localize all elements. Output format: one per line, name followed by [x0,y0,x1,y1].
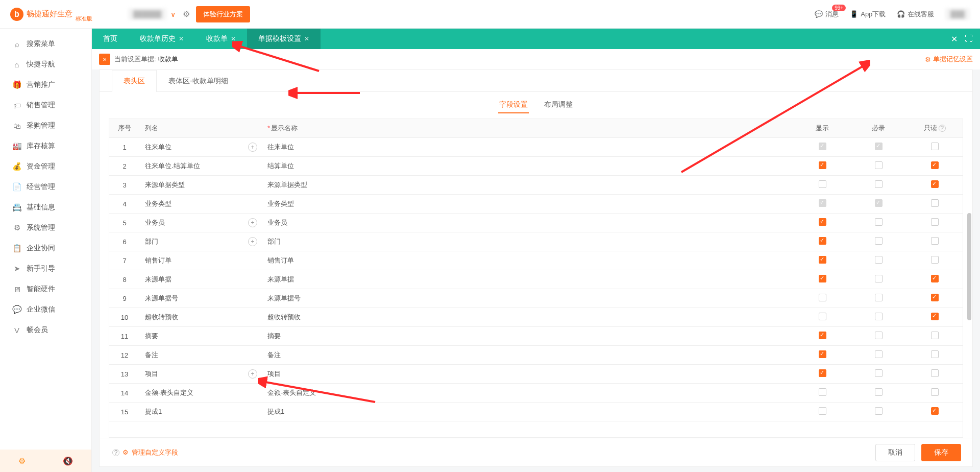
checkbox[interactable] [875,369,883,377]
checkbox[interactable] [931,199,939,207]
checkbox[interactable] [875,388,883,396]
checkbox[interactable] [931,275,939,282]
sidebar-item-经营管理[interactable]: 📄经营管理 [0,177,91,197]
display-name-cell[interactable]: 业务类型 [262,195,794,214]
tab-首页[interactable]: 首页 [92,29,129,49]
checkbox[interactable] [819,294,826,301]
tab-收款单[interactable]: 收款单✕ [195,29,247,49]
cancel-button[interactable]: 取消 [875,444,915,461]
display-name-cell[interactable]: 摘要 [262,327,794,346]
sidebar-item-营销推广[interactable]: 🎁营销推广 [0,75,91,95]
sound-icon[interactable]: 🔇 [63,456,73,466]
sidebar-item-销售管理[interactable]: 🏷销售管理 [0,95,91,115]
checkbox[interactable] [819,275,826,282]
sidebar-item-智能硬件[interactable]: 🖥智能硬件 [0,279,91,299]
checkbox[interactable] [931,332,939,339]
tab-收款单历史[interactable]: 收款单历史✕ [129,29,195,49]
display-name-cell[interactable]: 项目 [262,365,794,384]
add-icon[interactable]: + [248,237,257,246]
close-icon[interactable]: ✕ [179,35,184,42]
tab-单据模板设置[interactable]: 单据模板设置✕ [247,29,321,49]
checkbox[interactable] [875,407,883,415]
checkbox[interactable] [875,180,883,188]
download-link[interactable]: 📱App下载 [850,10,886,19]
sidebar-item-新手引导[interactable]: ➤新手引导 [0,258,91,279]
experience-button[interactable]: 体验行业方案 [196,6,250,22]
checkbox[interactable] [875,218,883,226]
checkbox[interactable] [931,313,939,320]
checkbox[interactable] [931,218,939,226]
fullscreen-icon[interactable]: ⛶ [965,34,973,43]
sidebar-item-采购管理[interactable]: 🛍采购管理 [0,115,91,136]
add-icon[interactable]: + [248,143,257,152]
add-icon[interactable]: + [248,369,257,379]
checkbox[interactable] [931,237,939,245]
checkbox[interactable] [819,350,826,358]
sidebar-item-系统管理[interactable]: ⚙系统管理 [0,218,91,238]
checkbox[interactable] [931,294,939,301]
display-name-cell[interactable]: 部门 [262,232,794,251]
sidebar-item-资金管理[interactable]: 💰资金管理 [0,156,91,177]
sidebar-item-企业协同[interactable]: 📋企业协同 [0,238,91,258]
display-name-cell[interactable]: 超收转预收 [262,308,794,327]
collapse-toggle-icon[interactable]: » [99,54,110,65]
sub-tab-布局调整[interactable]: 布局调整 [543,97,574,113]
checkbox[interactable] [931,407,939,415]
sidebar-item-基础信息[interactable]: 📇基础信息 [0,197,91,218]
panel-tab-表头区[interactable]: 表头区 [112,70,157,92]
checkbox[interactable] [819,388,826,396]
sidebar-item-快捷导航[interactable]: ⌂快捷导航 [0,54,91,75]
display-name-cell[interactable]: 备注 [262,346,794,365]
add-icon[interactable]: + [248,218,257,227]
display-name-cell[interactable]: 业务员 [262,214,794,232]
checkbox[interactable] [931,369,939,377]
sidebar-item-企业微信[interactable]: 💬企业微信 [0,299,91,320]
checkbox[interactable] [875,256,883,264]
display-name-cell[interactable]: 结算单位 [262,157,794,176]
sub-tab-字段设置[interactable]: 字段设置 [498,97,529,113]
checkbox[interactable] [875,161,883,169]
checkbox[interactable] [875,237,883,245]
checkbox[interactable] [819,369,826,377]
checkbox[interactable] [875,294,883,301]
display-name-cell[interactable]: 来源单据类型 [262,176,794,195]
sidebar-item-畅会员[interactable]: V畅会员 [0,320,91,340]
checkbox[interactable] [931,161,939,169]
settings-icon[interactable]: ⚙ [18,456,26,466]
checkbox[interactable] [931,143,939,150]
sidebar-item-搜索菜单[interactable]: ⌕搜索菜单 [0,34,91,54]
display-name-cell[interactable]: 金额-表头自定义 [262,384,794,403]
help-icon[interactable]: ? [112,449,119,456]
display-name-cell[interactable]: 提成1 [262,403,794,421]
save-button[interactable]: 保存 [921,444,961,461]
checkbox[interactable] [819,407,826,415]
checkbox[interactable] [875,275,883,282]
display-name-cell[interactable]: 来源单据号 [262,289,794,308]
checkbox[interactable] [931,180,939,188]
checkbox[interactable] [931,388,939,396]
checkbox[interactable] [875,350,883,358]
company-selector[interactable]: ██████ ∨ [128,8,176,20]
sidebar-item-库存核算[interactable]: 🏭库存核算 [0,136,91,156]
checkbox[interactable] [819,218,826,226]
checkbox[interactable] [819,332,826,339]
close-icon[interactable]: ✕ [231,35,236,42]
gear-icon[interactable]: ⚙ [183,9,190,19]
scrollbar-thumb[interactable] [967,213,971,320]
close-icon[interactable]: ✕ [951,34,958,44]
display-name-cell[interactable]: 来源单据 [262,270,794,289]
display-name-cell[interactable]: 往来单位 [262,138,794,157]
checkbox[interactable] [875,332,883,339]
display-name-cell[interactable]: 销售订单 [262,251,794,270]
help-icon[interactable]: ? [939,125,946,132]
memory-settings-link[interactable]: ⚙ 单据记忆设置 [925,55,973,64]
checkbox[interactable] [819,256,826,264]
close-icon[interactable]: ✕ [304,35,309,42]
checkbox[interactable] [819,313,826,320]
headset-link[interactable]: 🎧在线客服 [897,10,934,19]
checkbox[interactable] [819,180,826,188]
panel-tab-表体区-收款单明细[interactable]: 表体区-收款单明细 [157,70,240,92]
checkbox[interactable] [931,350,939,358]
checkbox[interactable] [875,313,883,320]
message-link[interactable]: 💬消息99+ [815,10,839,19]
